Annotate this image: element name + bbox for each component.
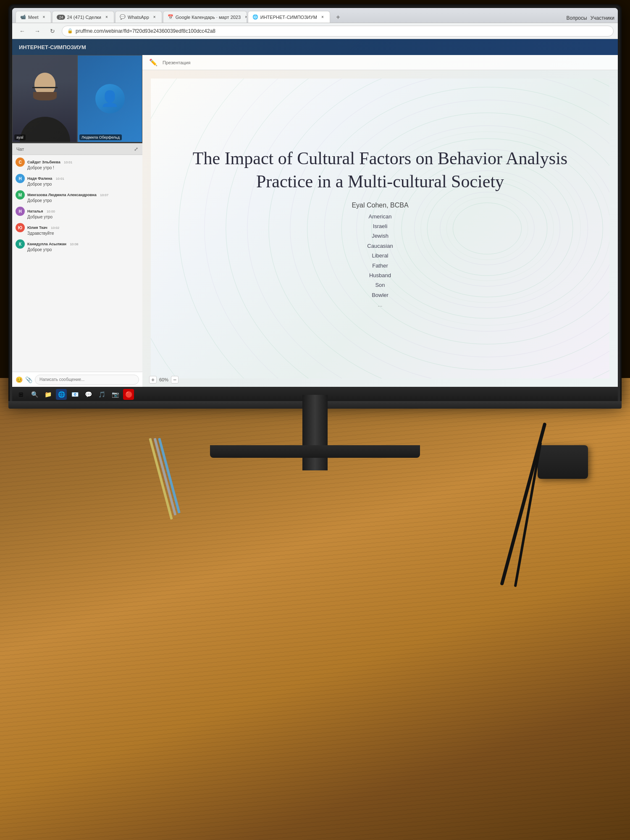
- tab-whatsapp[interactable]: 💬 WhatsApp ×: [115, 11, 162, 23]
- chat-header: Чат ⤢: [12, 143, 142, 155]
- chat-msg-time-1: 10:01: [64, 160, 72, 164]
- tab-calendar[interactable]: 📅 Google Календарь · март 2023 ×: [163, 11, 247, 23]
- tab-symposium[interactable]: 🌐 ИНТЕРНЕТ-СИМПОЗИУМ ×: [248, 11, 330, 23]
- presentation-label: Презентация: [163, 60, 190, 65]
- identity-0: American: [168, 212, 593, 221]
- zoom-plus-button[interactable]: +: [149, 376, 157, 383]
- identity-2: Jewish: [168, 231, 593, 241]
- chat-message-3: М Мингазова Людмила Александровна 10:07 …: [16, 190, 139, 203]
- chat-msg-name-6: Канидулла Асылжан: [27, 242, 66, 246]
- chat-msg-name-4: Наталья: [27, 209, 43, 213]
- participant-video-1: ayal: [12, 55, 77, 142]
- identity-1: Israeli: [168, 221, 593, 231]
- chat-avatar-4: Н: [16, 207, 25, 216]
- taskbar-music[interactable]: 🎵: [96, 389, 107, 400]
- tab-calendar-close[interactable]: ×: [243, 14, 247, 20]
- zoom-control: + 60% −: [149, 376, 178, 383]
- chat-title: Чат: [16, 147, 24, 152]
- tab-calendar-label: Google Календарь · март 2023: [176, 15, 241, 20]
- person-glasses: [32, 81, 58, 88]
- zoom-level: 60%: [159, 377, 168, 382]
- chat-input-row: 😊 📎: [12, 372, 142, 387]
- pres-toolbar: ✏️ Презентация: [142, 55, 618, 70]
- main-content: ayal 👤 Людмила Оберфельд: [12, 55, 618, 387]
- presentation-area: ✏️ Презентация: [142, 55, 618, 387]
- chat-avatar-3: М: [16, 190, 25, 200]
- desk-hub: [538, 445, 588, 479]
- tab-sdelki-close[interactable]: ×: [104, 14, 110, 20]
- tab-sdelki[interactable]: 24 24 (471) Сделки ×: [52, 11, 114, 23]
- chat-avatar-6: К: [16, 239, 25, 249]
- slide-text-content: The Impact of Cultural Factors on Behavi…: [168, 147, 593, 310]
- chat-avatar-1: С: [16, 158, 25, 167]
- page-area: ИНТЕРНЕТ-СИМПОЗИУМ: [12, 39, 618, 387]
- chat-msg-content-2: Надя Фалина 10:01 Доброе утро: [27, 174, 139, 187]
- chat-avatar-2: Н: [16, 174, 25, 183]
- taskbar-browser[interactable]: 🌐: [56, 389, 67, 400]
- zoom-minus-button[interactable]: −: [171, 376, 178, 383]
- pencils: [160, 437, 171, 521]
- taskbar-red-app[interactable]: 🔴: [123, 389, 134, 400]
- identity-4: Liberal: [168, 251, 593, 260]
- taskbar-files[interactable]: 📁: [42, 389, 53, 400]
- tab-meet-close[interactable]: ×: [41, 14, 47, 20]
- chat-msg-name-2: Надя Фалина: [27, 176, 52, 181]
- tab-meet[interactable]: 📹 Meet ×: [16, 11, 51, 23]
- monitor-stand-neck: [302, 395, 328, 470]
- emoji-icon[interactable]: 😊: [16, 376, 23, 383]
- app-header: ИНТЕРНЕТ-СИМПОЗИУМ: [12, 39, 618, 55]
- monitor-outer: 📹 Meet × 24 24 (471) Сделки × 💬 WhatsApp…: [8, 4, 622, 403]
- chat-msg-text-1: Доброе утро !: [27, 165, 139, 171]
- top-right-btn-participants[interactable]: Участники: [591, 15, 614, 21]
- chrome-addressbar: ← → ↻ 🔒 pruffme.com/webinar/fld=7f20d93e…: [12, 23, 618, 39]
- address-field[interactable]: 🔒 pruffme.com/webinar/fld=7f20d93e243600…: [62, 26, 614, 37]
- new-tab-button[interactable]: +: [333, 12, 344, 23]
- tab-symposium-label: ИНТЕРНЕТ-СИМПОЗИУМ: [260, 15, 317, 20]
- tab-whatsapp-close[interactable]: ×: [152, 14, 158, 20]
- chat-msg-name-5: Юлия Ткач: [27, 226, 47, 230]
- pencil-tool-icon[interactable]: ✏️: [149, 58, 158, 66]
- chat-msg-name-1: Сайдат Эльбиева: [27, 160, 60, 164]
- taskbar-start[interactable]: ⊞: [16, 389, 26, 400]
- tab-symposium-close[interactable]: ×: [320, 14, 326, 20]
- chat-message-5: Ю Юлия Ткач 10:02 Здравствуйте: [16, 223, 139, 236]
- chat-msg-time-3: 10:07: [100, 193, 108, 197]
- avatar-circle: 👤: [95, 84, 125, 113]
- taskbar-chat[interactable]: 💬: [83, 389, 94, 400]
- url-text: pruffme.com/webinar/fld=7f20d93e24360039…: [76, 28, 215, 34]
- reload-button[interactable]: ↻: [47, 25, 58, 37]
- slide-author: Eyal Cohen, BCBA: [168, 202, 593, 209]
- chat-message-6: К Канидулла Асылжан 10:08 Доброе утро: [16, 239, 139, 252]
- top-right-btn-questions[interactable]: Вопросы: [567, 15, 587, 21]
- chat-input[interactable]: [35, 375, 139, 385]
- chat-msg-content-4: Наталья 10:00 Добрые утро: [27, 207, 139, 220]
- chat-msg-text-5: Здравствуйте: [27, 231, 139, 236]
- tab-whatsapp-label: WhatsApp: [128, 15, 149, 20]
- taskbar-email[interactable]: 📧: [69, 389, 80, 400]
- participant-video-2: 👤 Людмила Оберфельд: [77, 55, 142, 142]
- back-button[interactable]: ←: [16, 25, 28, 37]
- participant-avatar-2: 👤: [78, 55, 142, 142]
- slide-title: The Impact of Cultural Factors on Behavi…: [168, 147, 593, 193]
- chat-msg-time-4: 10:00: [47, 210, 55, 213]
- chat-expand-icon[interactable]: ⤢: [134, 146, 138, 152]
- chat-avatar-5: Ю: [16, 223, 25, 232]
- person-beard: [33, 92, 57, 100]
- chat-msg-text-4: Добрые утро: [27, 214, 139, 220]
- identity-7: Son: [168, 280, 593, 290]
- attach-icon[interactable]: 📎: [25, 376, 32, 383]
- pres-content: The Impact of Cultural Factors on Behavi…: [142, 70, 618, 387]
- chat-msg-name-3: Мингазова Людмила Александровна: [27, 193, 97, 197]
- tab-whatsapp-favicon: 💬: [120, 14, 126, 20]
- chat-msg-text-2: Доброе утро: [27, 181, 139, 187]
- chat-msg-content-6: Канидулла Асылжан 10:08 Доброе утро: [27, 239, 139, 252]
- identity-3: Caucasian: [168, 241, 593, 251]
- slide-identities: American Israeli Jewish Caucasian Libera…: [168, 212, 593, 310]
- taskbar-camera[interactable]: 📷: [110, 389, 121, 400]
- lock-icon: 🔒: [67, 28, 73, 34]
- taskbar-search[interactable]: 🔍: [29, 389, 40, 400]
- forward-button[interactable]: →: [32, 25, 43, 37]
- identity-5: Father: [168, 261, 593, 270]
- tab-meet-favicon: 📹: [20, 14, 26, 20]
- tab-calendar-favicon: 📅: [168, 14, 173, 20]
